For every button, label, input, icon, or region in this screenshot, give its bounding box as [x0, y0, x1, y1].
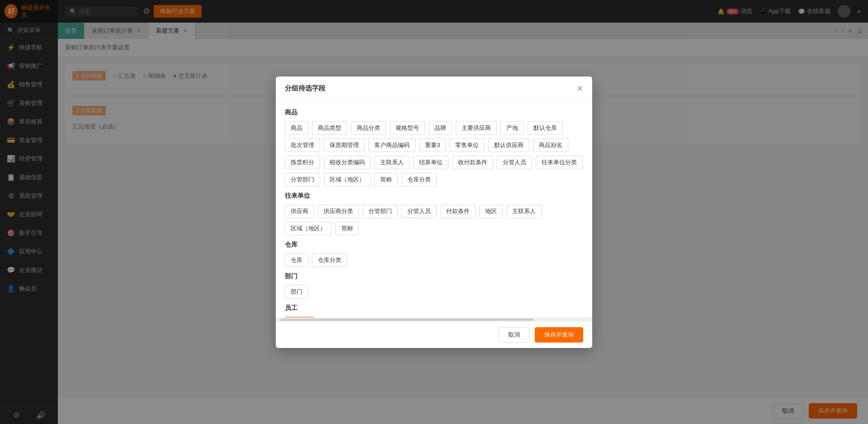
field-tag-----[interactable]: 拣货积分 [285, 156, 320, 169]
field-tag---[interactable]: 简称 [335, 222, 359, 235]
field-tag-------[interactable]: 往来单位分类 [536, 156, 583, 169]
field-grid-partner: 供应商供应商分类分管部门分管人员付款条件地区主联系人区域（地区）简称 [285, 205, 583, 235]
field-tag---[interactable]: 仓库 [285, 253, 308, 267]
modal-overlay: 分组待选字段 ✕ 商品商品商品类型商品分类规格型号品牌主要供应商产地默认仓库批次… [0, 0, 868, 424]
field-tag-----[interactable]: 分管人员 [401, 205, 437, 218]
section-title-product: 商品 [285, 109, 583, 117]
field-tag---[interactable]: 部门 [285, 285, 308, 299]
modal-scroll-thumb [280, 319, 533, 321]
field-tag-----[interactable]: 规格型号 [390, 121, 425, 135]
modal-confirm-btn[interactable]: 保存并查询 [535, 327, 583, 343]
field-grid-department: 部门 [285, 285, 583, 299]
field-tag-------[interactable]: 区域（地区） [285, 222, 332, 235]
field-tag------[interactable]: 主要供应商 [456, 121, 497, 135]
field-tag-----[interactable]: 零售单位 [449, 138, 485, 152]
field-tag----[interactable]: 供应商 [285, 205, 314, 218]
modal-header: 分组待选字段 ✕ [276, 76, 592, 101]
field-grid-product: 商品商品类型商品分类规格型号品牌主要供应商产地默认仓库批次管理保质期管理客户商品… [285, 121, 583, 186]
modal-footer: 取消 保存并查询 [276, 321, 592, 348]
modal-dialog: 分组待选字段 ✕ 商品商品商品类型商品分类规格型号品牌主要供应商产地默认仓库批次… [276, 76, 592, 348]
field-tag-----[interactable]: 仓库分类 [401, 173, 437, 186]
field-tag------[interactable]: 保质期管理 [324, 138, 365, 152]
field-tag-----[interactable]: 商品分类 [351, 121, 386, 135]
field-tag------[interactable]: 默认供应商 [488, 138, 529, 152]
modal-close-btn[interactable]: ✕ [576, 84, 583, 94]
field-tag-----[interactable]: 分管人员 [497, 156, 532, 169]
field-tag---[interactable]: 产地 [500, 121, 524, 135]
field-tag-----[interactable]: 默认仓库 [528, 121, 563, 135]
field-tag------[interactable]: 收付款条件 [452, 156, 493, 169]
field-tag-----[interactable]: 商品类型 [312, 121, 347, 135]
modal-title: 分组待选字段 [285, 84, 326, 93]
field-tag-----[interactable]: 商品别名 [533, 138, 568, 152]
field-tag-----[interactable]: 分管部门 [363, 205, 398, 218]
field-tag-------[interactable]: 区域（地区） [324, 173, 371, 186]
section-title-warehouse: 仓库 [285, 241, 583, 249]
field-tag-----[interactable]: 批次管理 [285, 138, 320, 152]
section-title-department: 部门 [285, 272, 583, 281]
field-tag---3[interactable]: 重量3 [419, 138, 446, 152]
section-title-staff: 员工 [285, 304, 583, 312]
field-tag---[interactable]: 简称 [374, 173, 398, 186]
field-tag---[interactable]: 商品 [285, 121, 308, 135]
modal-body: 商品商品商品类型商品分类规格型号品牌主要供应商产地默认仓库批次管理保质期管理客户… [276, 101, 592, 318]
field-tag-------[interactable]: 客户商品编码 [368, 138, 415, 152]
field-grid-warehouse: 仓库仓库分类 [285, 253, 583, 267]
field-tag-----[interactable]: 分管部门 [285, 173, 320, 186]
modal-cancel-btn[interactable]: 取消 [499, 327, 529, 343]
field-tag---[interactable]: 地区 [479, 205, 503, 218]
field-tag-----[interactable]: 主联系人 [374, 156, 410, 169]
field-tag-----[interactable]: 主联系人 [506, 205, 542, 218]
field-tag-----[interactable]: 仓库分类 [312, 253, 347, 267]
field-tag---[interactable]: 品牌 [429, 121, 452, 135]
section-title-partner: 往来单位 [285, 192, 583, 200]
field-tag-----[interactable]: 结算单位 [413, 156, 448, 169]
field-tag-------[interactable]: 税收分类编码 [324, 156, 371, 169]
field-tag------[interactable]: 供应商分类 [318, 205, 359, 218]
field-tag-----[interactable]: 付款条件 [440, 205, 476, 218]
modal-scroll-bar [276, 318, 592, 321]
